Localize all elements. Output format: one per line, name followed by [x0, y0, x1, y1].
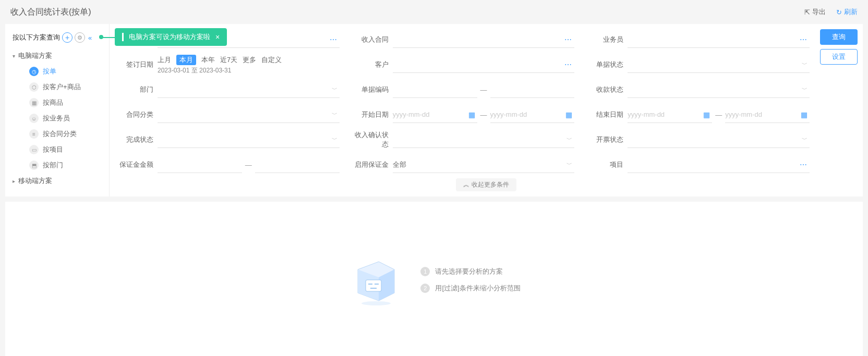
label-sign-date: 签订日期 — [115, 60, 158, 69]
label-contract-type: 合同分类 — [115, 110, 158, 119]
filter-salesman[interactable]: ⋯ — [628, 31, 810, 48]
more-icon: ⋯ — [564, 60, 572, 69]
filter-unknown-1[interactable]: ⋯ — [158, 31, 340, 48]
tree-item-project[interactable]: ▭ 按项目 — [5, 142, 109, 157]
filter-finish-status[interactable]: ﹀ — [158, 131, 340, 148]
add-scheme-button[interactable]: + — [62, 32, 73, 43]
start-date-from[interactable]: yyyy-mm-dd▦ — [393, 106, 477, 123]
quick-this-month[interactable]: 本月 — [176, 55, 196, 65]
refresh-button[interactable]: ↻ 刷新 — [836, 7, 858, 17]
bill-no-to[interactable] — [490, 81, 575, 98]
page-header: 收入合同统计表(按单) ⇱ 导出 ↻ 刷新 — [0, 0, 868, 24]
label-salesman: 业务员 — [585, 35, 628, 44]
tree-item-salesman[interactable]: ☺ 按业务员 — [5, 111, 109, 126]
chevron-down-icon: ﹀ — [802, 85, 807, 93]
tree-item-label: 按商品 — [43, 98, 63, 107]
chevron-down-icon: ﹀ — [566, 136, 572, 143]
folder-icon: ▭ — [29, 145, 39, 154]
dash-icon: — — [480, 111, 487, 119]
export-button[interactable]: ⇱ 导出 — [804, 7, 826, 17]
tree-item-label: 按业务员 — [43, 114, 70, 123]
step-2-badge: 2 — [420, 284, 430, 293]
deposit-from[interactable] — [158, 156, 242, 173]
settings-button[interactable]: 设置 — [820, 49, 858, 65]
chevron-down-icon: ﹀ — [332, 111, 337, 118]
filter-enable-deposit[interactable]: 全部 ﹀ — [393, 156, 575, 173]
calendar-icon: ▦ — [801, 111, 807, 119]
label-invoice-status: 开票状态 — [585, 135, 628, 144]
empty-illustration — [347, 254, 405, 306]
collapse-filters-button[interactable]: ︽ 收起更多条件 — [456, 178, 516, 191]
caret-down-icon: ▾ — [13, 53, 15, 59]
step-2-text: 用[过滤]条件来缩小分析范围 — [435, 284, 520, 293]
date-quick-picker: 上月 本月 本年 近7天 更多 自定义 — [158, 55, 340, 65]
more-icon: ⋯ — [564, 35, 572, 44]
step-1-badge: 1 — [420, 267, 430, 276]
dash-icon: — — [480, 86, 487, 94]
filter-customer[interactable]: ⋯ — [393, 56, 575, 73]
start-date-to[interactable]: yyyy-mm-dd▦ — [490, 106, 575, 123]
quick-more[interactable]: 更多 — [243, 55, 256, 65]
label-end-date: 结束日期 — [585, 110, 628, 119]
chevron-down-icon: ﹀ — [802, 60, 807, 68]
end-date-to[interactable]: yyyy-mm-dd▦ — [725, 106, 810, 123]
filter-project[interactable]: ⋯ — [628, 156, 810, 173]
more-icon: ⋯ — [800, 35, 807, 44]
export-icon: ⇱ — [804, 8, 810, 16]
tree-item-by-order[interactable]: ◷ 按单 — [5, 64, 109, 79]
filter-collect-status[interactable]: ﹀ — [628, 81, 810, 98]
label-finish-status: 完成状态 — [115, 135, 158, 144]
filter-panel: ⋯ 收入合同 ⋯ 业务员 ⋯ 查询 设置 签订日期 上月 本 — [110, 24, 863, 197]
sidebar-collapse-button[interactable]: « — [88, 34, 92, 42]
end-date-from[interactable]: yyyy-mm-dd▦ — [628, 106, 712, 123]
svg-point-7 — [361, 301, 391, 305]
svg-rect-3 — [366, 280, 381, 291]
sidebar-title: 按以下方案查询 — [13, 33, 60, 42]
filter-invoice-status[interactable]: ﹀ — [628, 131, 810, 148]
chevron-down-icon: ﹀ — [332, 85, 337, 93]
label-bill-status: 单据状态 — [585, 60, 628, 69]
filter-department[interactable]: ﹀ — [158, 81, 340, 98]
calendar-icon: ▦ — [565, 111, 572, 119]
label-customer: 客户 — [350, 60, 393, 69]
tree-item-label: 按部门 — [43, 161, 63, 170]
scheme-settings-button[interactable]: ⚙ — [75, 32, 85, 43]
label-department: 部门 — [115, 85, 158, 94]
tree-group-mobile[interactable]: ▸ 移动端方案 — [5, 173, 109, 189]
quick-last-month[interactable]: 上月 — [158, 55, 171, 65]
quick-this-year[interactable]: 本年 — [201, 55, 215, 65]
empty-step-2: 2 用[过滤]条件来缩小分析范围 — [420, 284, 520, 293]
dash-icon: — — [245, 161, 252, 169]
empty-step-1: 1 请先选择要分析的方案 — [420, 267, 520, 276]
tree-group-desktop[interactable]: ▾ 电脑端方案 — [5, 48, 109, 64]
quick-7days[interactable]: 近7天 — [220, 55, 237, 65]
refresh-icon: ↻ — [836, 8, 842, 16]
deposit-to[interactable] — [255, 156, 340, 173]
filter-contract-type[interactable]: ﹀ — [158, 106, 340, 123]
enable-deposit-value: 全部 — [393, 160, 406, 169]
dash-icon: — — [715, 111, 722, 119]
tree-item-contract-type[interactable]: ≡ 按合同分类 — [5, 126, 109, 142]
more-icon: ⋯ — [330, 35, 337, 44]
tree-item-customer-goods[interactable]: ⬡ 按客户+商品 — [5, 79, 109, 95]
org-icon: ⬒ — [29, 161, 39, 170]
filter-income-contract[interactable]: ⋯ — [393, 31, 575, 48]
tree-item-goods[interactable]: ▦ 按商品 — [5, 95, 109, 111]
bars-icon: ≡ — [29, 129, 39, 139]
main-panel: 按以下方案查询 + ⚙ « 电脑方案可设为移动方案啦 × ▾ 电脑端方案 ◷ 按… — [5, 24, 863, 197]
more-icon: ⋯ — [800, 161, 807, 169]
label-income-contract: 收入合同 — [350, 35, 393, 44]
tree-item-department[interactable]: ⬒ 按部门 — [5, 157, 109, 173]
query-button[interactable]: 查询 — [820, 29, 858, 45]
label-deposit-amount: 保证金金额 — [115, 160, 158, 169]
quick-custom[interactable]: 自定义 — [261, 55, 282, 65]
label-start-date: 开始日期 — [350, 110, 393, 119]
filter-income-confirm[interactable]: ﹀ — [393, 131, 575, 148]
filter-bill-status[interactable]: ﹀ — [628, 56, 810, 73]
label-collect-status: 收款状态 — [585, 85, 628, 94]
hint-dot-icon — [99, 35, 103, 39]
empty-state: 1 请先选择要分析的方案 2 用[过滤]条件来缩小分析范围 — [5, 202, 863, 356]
bill-no-from[interactable] — [393, 81, 477, 98]
clock-icon: ◷ — [29, 67, 39, 76]
tree-item-label: 按客户+商品 — [43, 82, 81, 92]
